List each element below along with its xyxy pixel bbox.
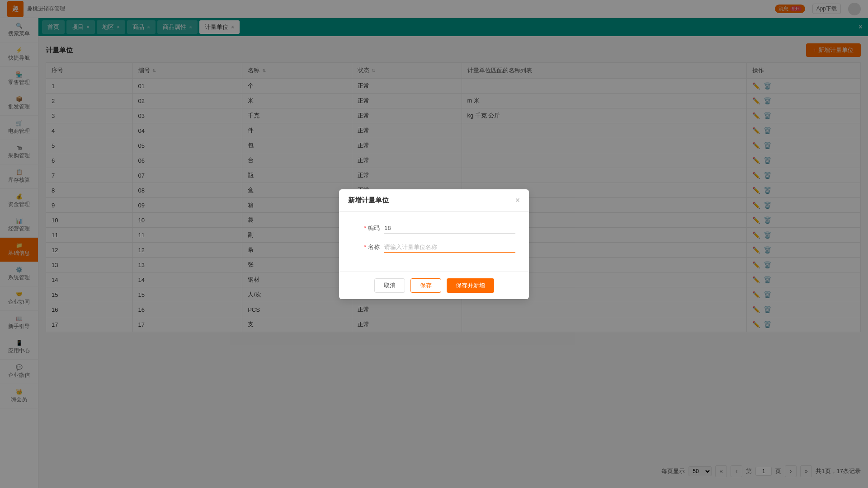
modal-overlay: 新增计量单位 × 编码 名称 取消 保存 保存并新增 [0,0,868,488]
name-input[interactable] [384,242,515,253]
cancel-button[interactable]: 取消 [374,278,405,293]
modal-header: 新增计量单位 × [339,189,529,212]
modal-close-button[interactable]: × [515,196,520,205]
add-unit-modal: 新增计量单位 × 编码 名称 取消 保存 保存并新增 [339,189,529,299]
code-form-item: 编码 [353,223,515,234]
save-button[interactable]: 保存 [410,278,441,293]
modal-body: 编码 名称 [339,212,529,272]
modal-title: 新增计量单位 [348,196,389,205]
modal-footer: 取消 保存 保存并新增 [339,272,529,299]
name-label: 名称 [353,243,380,251]
name-form-item: 名称 [353,242,515,253]
save-new-button[interactable]: 保存并新增 [447,278,494,293]
code-label: 编码 [353,224,380,232]
code-input[interactable] [384,223,515,234]
